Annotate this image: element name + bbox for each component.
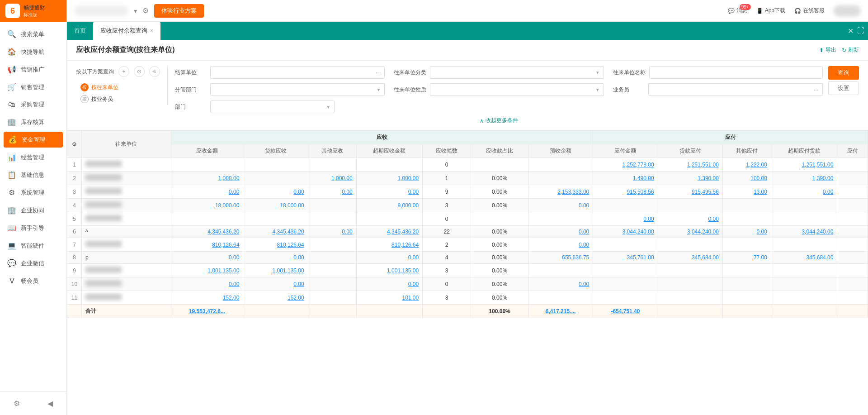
- dept-manage-input[interactable]: ▼: [210, 83, 385, 96]
- filter-area: 按以下方案查询 + ⊙ « 按 按往来单位 按 按业务员: [67, 61, 868, 130]
- top-header: ▾ ⚙ 体验行业方案 💬 消息 99+ 📱 App下载 🎧 在线客服: [67, 0, 868, 22]
- sidebar-item-quicknav[interactable]: 🏠 快捷导航: [0, 43, 66, 61]
- corp-icon: 🏢: [7, 206, 16, 215]
- chevron-down-icon2: ▼: [376, 87, 381, 92]
- footer-ap-amount[interactable]: -654,751.40: [593, 305, 658, 318]
- tab-bar: 首页 应收应付余额查询 × ✕ ⛶: [67, 22, 868, 40]
- filter-scheme-label: 按以下方案查询: [76, 68, 114, 76]
- sidebar-item-business[interactable]: 📊 经营管理: [0, 148, 66, 166]
- tab-ar-query[interactable]: 应收应付余额查询 ×: [93, 22, 160, 40]
- unit-category-input[interactable]: ▼: [430, 66, 604, 79]
- notification-btn[interactable]: 💬 消息 99+: [728, 7, 747, 14]
- wechat-icon: 💬: [7, 259, 16, 267]
- sidebar-item-sales[interactable]: 🛒 销售管理: [0, 78, 66, 96]
- row-num: 11: [67, 291, 82, 305]
- unit-nature-label: 往来单位性质: [394, 86, 426, 94]
- query-btn[interactable]: 查询: [828, 66, 859, 80]
- table-row: 11152.00152.00101.0030.00%: [67, 291, 868, 305]
- chevron-down-icon4: ▼: [326, 105, 330, 110]
- business-icon: 📊: [7, 153, 16, 162]
- app-download-btn[interactable]: 📱 App下载: [756, 7, 785, 14]
- footer-ar-amount[interactable]: 19,553,472,6...: [171, 305, 243, 318]
- dept-input[interactable]: ▼: [210, 100, 335, 113]
- online-service-btn[interactable]: 🎧 在线客服: [794, 7, 825, 14]
- data-table: ⚙ 往来单位 应收 应付 应收金额 贷款应收 其他应收 超期应收金额 应收笔数 …: [67, 130, 868, 318]
- download-icon: 📱: [756, 8, 763, 14]
- col-ap-amount: 应付金额: [593, 144, 658, 158]
- filter-scheme: 按以下方案查询 + ⊙ « 按 按往来单位 按 按业务员: [76, 66, 168, 105]
- table-row: 100.000.000.0000.00%0.00: [67, 277, 868, 291]
- unit-name-input[interactable]: [649, 66, 823, 79]
- sales-icon: 🛒: [7, 83, 16, 91]
- settlement-unit-input[interactable]: ···: [210, 66, 385, 79]
- refresh-btn[interactable]: ↻ 刷新: [842, 46, 859, 54]
- filter-unit-icon: 按: [80, 83, 89, 91]
- tab-close-window-btn[interactable]: ✕: [848, 27, 854, 35]
- sidebar-item-basic[interactable]: 📋 基础信息: [0, 166, 66, 184]
- avatar[interactable]: [834, 5, 861, 16]
- collapse-up-icon: ∧: [480, 118, 484, 124]
- sidebar-item-purchase[interactable]: 🛍 采购管理: [0, 96, 66, 113]
- refresh-icon: ↻: [842, 47, 846, 53]
- filter-by-staff-option[interactable]: 按 按业务员: [76, 93, 160, 105]
- header-breadcrumb: [74, 5, 128, 16]
- basic-icon: 📋: [7, 171, 16, 179]
- col-group-ar: 应收: [171, 131, 593, 144]
- col-ar-ratio: 应收款占比: [471, 144, 528, 158]
- member-icon: Ⅴ: [7, 277, 16, 285]
- sidebar-item-marketing[interactable]: 📢 营销推广: [0, 61, 66, 78]
- col-prepay: 预收余额: [528, 144, 593, 158]
- home-icon: 🏠: [7, 48, 16, 56]
- unit-name-label: 往来单位名称: [613, 69, 646, 76]
- dots-icon2: ···: [813, 86, 819, 93]
- filter-by-unit-option[interactable]: 按 按往来单位: [76, 81, 160, 93]
- setting-btn[interactable]: 设置: [828, 81, 859, 95]
- sidebar-item-system[interactable]: ⚙ 系统管理: [0, 184, 66, 201]
- tab-home[interactable]: 首页: [67, 22, 93, 40]
- table-row: 7810,126.64810,126.64810,126.6420.00%0.0…: [67, 238, 868, 252]
- col-ap-overdue: 超期应付货款: [771, 144, 837, 158]
- table-row: 30.000.000.000.0090.00%2,153,333.00915,5…: [67, 185, 868, 199]
- row-num: 3: [67, 185, 82, 199]
- chevron-down-icon3: ▼: [595, 87, 600, 92]
- table-row: 6^4,345,436.204,345,436.200.004,345,436.…: [67, 226, 868, 238]
- table-row: 101,252,773.001,251,551.001,222.001,251,…: [67, 158, 868, 172]
- table-row: 21,000.001,000.001,000.0010.00%1,490.001…: [67, 172, 868, 185]
- salesman-input[interactable]: ···: [648, 83, 823, 96]
- sidebar-settings-btn[interactable]: ⚙: [11, 396, 23, 410]
- filter-add-btn[interactable]: +: [118, 66, 129, 77]
- logo-icon: 6: [5, 4, 20, 18]
- sidebar-item-inventory[interactable]: 🏢 库存核算: [0, 113, 66, 131]
- row-num: 1: [67, 158, 82, 172]
- row-num: 4: [67, 199, 82, 212]
- query-btn-area: 查询 设置: [828, 66, 859, 95]
- sidebar-collapse-btn[interactable]: ◀: [45, 396, 56, 410]
- sidebar-item-wechat[interactable]: 💬 企业微信: [0, 254, 66, 272]
- col-settings[interactable]: ⚙: [67, 131, 82, 158]
- tab-close-icon[interactable]: ×: [150, 28, 153, 34]
- search-icon: 🔍: [7, 30, 16, 38]
- tab-maximize-btn[interactable]: ⛶: [857, 27, 864, 35]
- sidebar-item-member[interactable]: Ⅴ 畅会员: [0, 272, 66, 290]
- breadcrumb-dropdown-icon[interactable]: ▾: [134, 7, 137, 14]
- footer-prepay[interactable]: 6,417,215....: [528, 305, 593, 318]
- collapse-more-btn[interactable]: ∧ 收起更多条件: [175, 115, 823, 126]
- row-num: 6: [67, 226, 82, 238]
- unit-nature-input[interactable]: ▼: [430, 83, 604, 96]
- export-btn[interactable]: ⬆ 导出: [819, 46, 836, 54]
- sidebar-item-search[interactable]: 🔍 搜索菜单: [0, 25, 66, 43]
- row-num: 9: [67, 264, 82, 277]
- settings-icon[interactable]: ⚙: [142, 6, 149, 15]
- filter-collapse-btn[interactable]: «: [149, 66, 160, 77]
- col-ar-count: 应收笔数: [423, 144, 471, 158]
- filter-settings-btn[interactable]: ⊙: [134, 66, 145, 77]
- sidebar-item-corp[interactable]: 🏢 企业协同: [0, 201, 66, 219]
- trial-btn[interactable]: 体验行业方案: [154, 4, 204, 18]
- filter-staff-icon: 按: [80, 95, 89, 103]
- sidebar-item-guide[interactable]: 📖 新手引导: [0, 219, 66, 237]
- settlement-unit-label: 结算单位: [175, 69, 207, 76]
- sidebar-item-hardware[interactable]: 💻 智能硬件: [0, 237, 66, 254]
- sidebar-item-finance[interactable]: 💰 资金管理: [4, 132, 63, 148]
- filter-unit-nature: 往来单位性质 ▼: [394, 83, 604, 96]
- filter-grid: 结算单位 ··· 往来单位分类 ▼ 往来单位名称: [175, 66, 823, 126]
